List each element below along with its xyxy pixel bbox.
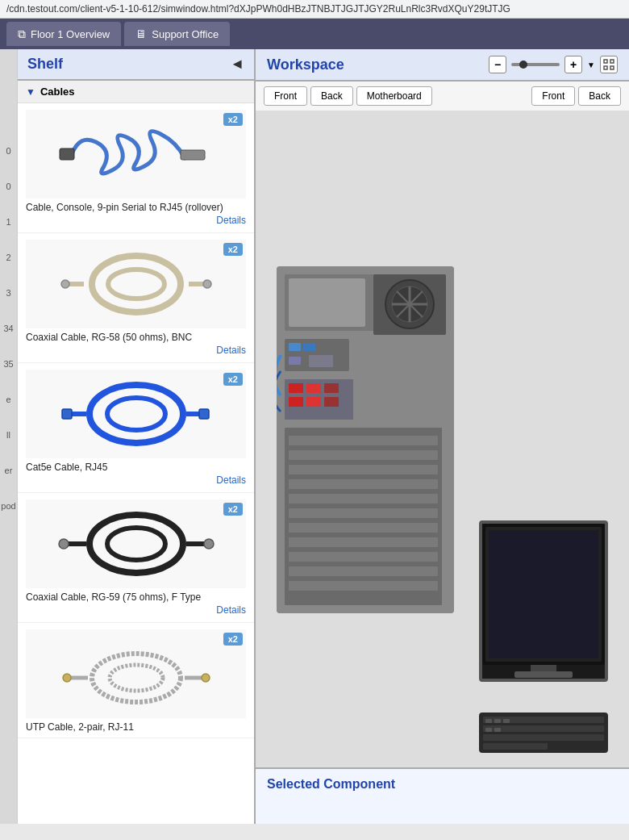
keyboard-wrapper — [479, 713, 608, 759]
cable-item-3: x2 Cat5e Cable, RJ45 Details — [18, 363, 254, 493]
utp-cable-image — [56, 637, 217, 710]
svg-point-19 — [204, 539, 214, 549]
svg-rect-50 — [306, 397, 321, 407]
address-bar: /cdn.testout.com/client-v5-1-10-612/simw… — [0, 0, 629, 19]
view-buttons-row: Front Back Motherboard Front Back — [256, 81, 629, 111]
svg-rect-42 — [303, 343, 315, 351]
fullscreen-icon — [603, 59, 614, 70]
zoom-slider-thumb[interactable] — [519, 61, 527, 69]
selected-component-title: Selected Component — [267, 777, 618, 792]
svg-rect-68 — [514, 671, 573, 678]
category-expand-icon: ▼ — [26, 86, 35, 98]
tab-floor1-label: Floor 1 Overview — [31, 28, 110, 40]
svg-rect-43 — [289, 357, 301, 365]
zoom-out-button[interactable]: − — [489, 56, 506, 73]
zoom-in-button[interactable]: + — [564, 56, 582, 73]
cable-name-3: Cat5e Cable, RJ45 — [26, 462, 246, 473]
svg-rect-70 — [483, 717, 604, 723]
cables-category-label: Cables — [40, 86, 75, 98]
svg-point-20 — [92, 654, 181, 702]
pc-monitor — [479, 520, 608, 682]
svg-rect-46 — [289, 383, 303, 393]
front-button-right[interactable]: Front — [531, 86, 575, 106]
numbers-bar: 0 0 1 2 3 34 35 e ll er pod — [0, 49, 18, 824]
svg-rect-29 — [610, 66, 614, 69]
svg-rect-41 — [289, 343, 301, 351]
shelf-content[interactable]: ▼ Cables x2 Cable, Console, 9-pin Serial… — [18, 81, 254, 824]
svg-rect-60 — [289, 537, 438, 547]
motherboard-button[interactable]: Motherboard — [356, 86, 432, 106]
svg-point-7 — [203, 280, 211, 288]
pc-area-container: Selected Component — [256, 111, 629, 824]
svg-rect-54 — [289, 450, 438, 460]
monitor-image — [482, 524, 605, 679]
front-button-left[interactable]: Front — [264, 86, 307, 106]
shelf-header: Shelf ◄ — [18, 49, 254, 81]
cable-details-link-2[interactable]: Details — [26, 345, 246, 356]
tab-floor1[interactable]: ⧉ Floor 1 Overview — [6, 22, 121, 46]
svg-rect-49 — [289, 397, 303, 407]
svg-point-21 — [110, 665, 163, 691]
shelf-title: Shelf — [27, 56, 63, 73]
svg-point-14 — [90, 515, 183, 573]
pc-tower-image — [277, 266, 454, 613]
keyboard-image — [479, 713, 608, 757]
main-container: 0 0 1 2 3 34 35 e ll er pod Shelf ◄ ▼ Ca… — [0, 49, 629, 824]
tab-support-label: Support Office — [152, 28, 219, 40]
svg-point-15 — [107, 528, 165, 560]
svg-rect-63 — [289, 581, 438, 591]
quantity-badge-4: x2 — [223, 503, 243, 516]
console-cable-image — [56, 118, 217, 190]
cable-details-link-3[interactable]: Details — [26, 474, 246, 486]
svg-rect-53 — [289, 436, 438, 445]
tab-bar: ⧉ Floor 1 Overview 🖥 Support Office — [0, 19, 629, 49]
cable-img-2: x2 — [26, 240, 246, 328]
cable-name-1: Cable, Console, 9-pin Serial to RJ45 (ro… — [26, 202, 246, 213]
left-view-group: Front Back Motherboard — [264, 86, 432, 106]
svg-rect-58 — [289, 508, 438, 518]
back-button-right[interactable]: Back — [578, 86, 621, 106]
cable-item-5: x2 UTP Cable, 2-pair, RJ-11 — [18, 623, 254, 738]
fullscreen-button[interactable] — [600, 56, 618, 73]
workspace-title: Workspace — [267, 56, 344, 73]
svg-point-23 — [63, 674, 71, 682]
svg-point-17 — [59, 539, 69, 549]
svg-point-25 — [202, 674, 210, 682]
cable-details-link-4[interactable]: Details — [26, 604, 246, 616]
cables-category-header[interactable]: ▼ Cables — [18, 81, 254, 103]
back-button-left[interactable]: Back — [310, 86, 353, 106]
workspace-controls: − + ▼ — [489, 56, 618, 73]
svg-rect-72 — [483, 734, 604, 741]
svg-point-9 — [107, 398, 165, 430]
cable-item-4: x2 Coaxial Cable, RG-59 (75 ohms), F Typ… — [18, 493, 254, 623]
svg-rect-77 — [485, 728, 492, 732]
svg-rect-32 — [289, 278, 365, 327]
selected-component-section: Selected Component — [256, 767, 629, 824]
zoom-dropdown-arrow[interactable]: ▼ — [587, 61, 595, 69]
zoom-slider[interactable] — [511, 63, 560, 66]
svg-rect-51 — [324, 397, 339, 407]
svg-rect-48 — [324, 383, 339, 393]
cable-name-4: Coaxial Cable, RG-59 (75 ohms), F Type — [26, 591, 246, 603]
workspace-inner: Selected Component — [256, 111, 629, 824]
svg-rect-1 — [181, 150, 205, 160]
cable-name-5: UTP Cable, 2-pair, RJ-11 — [26, 721, 246, 733]
svg-rect-71 — [483, 725, 604, 732]
tab-support[interactable]: 🖥 Support Office — [124, 22, 230, 46]
svg-rect-56 — [289, 479, 438, 489]
cable-details-link-1[interactable]: Details — [26, 215, 246, 226]
coaxial-rg59-image — [56, 508, 217, 580]
cable-img-4: x2 — [26, 499, 246, 588]
workspace-header: Workspace − + ▼ — [256, 49, 629, 81]
quantity-badge-2: x2 — [223, 243, 243, 256]
pc-area — [256, 111, 629, 767]
shelf-collapse-arrow[interactable]: ◄ — [230, 56, 244, 73]
svg-point-8 — [90, 385, 183, 443]
shelf-panel: Shelf ◄ ▼ Cables x2 — [18, 49, 256, 824]
svg-rect-13 — [199, 409, 209, 419]
svg-rect-26 — [604, 60, 607, 63]
workspace-panel: Workspace − + ▼ — [256, 49, 629, 824]
url-text: /cdn.testout.com/client-v5-1-10-612/simw… — [6, 3, 510, 15]
monitor-stand-group — [479, 520, 608, 759]
svg-rect-62 — [289, 566, 438, 576]
